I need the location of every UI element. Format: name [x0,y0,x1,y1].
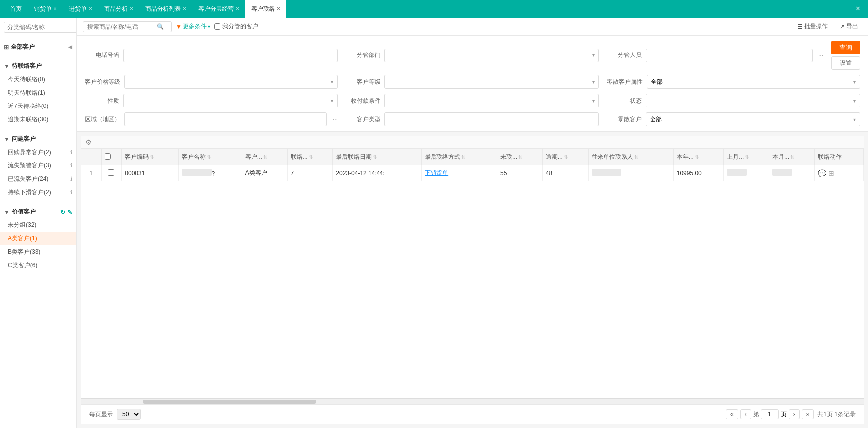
th-level[interactable]: 客户... ⇅ [242,149,287,165]
export-button[interactable]: ↗ 导出 [836,21,862,32]
sidebar-pending-header[interactable]: ▼ 待联络客户 [0,59,76,73]
chat-icon[interactable]: 💬 [818,169,826,177]
td-last-month [724,165,769,181]
th-this-year[interactable]: 本年... ⇅ [673,149,723,165]
horizontal-scrollbar[interactable] [81,398,864,404]
th-history-contact[interactable]: 往来单位联系人 ⇅ [588,149,673,165]
th-contact[interactable]: 联络... ⇅ [287,149,333,165]
filter-pricelevel-label: 客户价格等级 [85,78,120,86]
filter-status-label: 状态 [607,97,642,105]
close-purchase-order[interactable]: × [89,5,92,12]
sidebar-item-7days[interactable]: 近7天待联络(0) [0,100,76,113]
sidebar-item-class-a[interactable]: A类客户(1) [0,232,76,245]
region-more-icon[interactable]: ··· [333,116,338,123]
table-scroll[interactable]: 客户编码 ⇅ 客户名称 ⇅ [81,149,864,398]
sidebar-item-overdue[interactable]: 逾期未联络(30) [0,113,76,126]
nav-customer-contact[interactable]: 客户联络 × [245,0,286,18]
filter-status-select[interactable]: ▾ [646,94,860,107]
customerlevel-arrow: ▾ [592,79,595,85]
filter-person-label: 分管人员 [607,51,642,59]
sidebar-all-customers-header[interactable]: ⊞ 全部客户 ◀ [0,40,76,54]
last-page-btn[interactable]: » [802,409,814,419]
value-arrow-icon: ▼ [4,209,10,215]
td-last-method[interactable]: 下销货单 [422,165,497,181]
sidebar-item-today[interactable]: 今天待联络(0) [0,73,76,86]
filter-customertype-input[interactable] [384,112,599,126]
pagination-bar: 每页显示 50 « ‹ 第 页 › » 共1页 1条记录 [81,404,864,424]
last-method-link[interactable]: 下销货单 [425,169,448,176]
nav-customer-segment[interactable]: 客户分层经营 × [192,0,245,18]
sidebar-item-churned[interactable]: 已流失客户(24) ℹ [0,172,76,186]
sidebar-problem-header[interactable]: ▼ 问题客户 [0,132,76,146]
filter-retail-select[interactable]: 全部 ▾ [646,112,860,126]
sidebar-search-input[interactable] [4,22,77,33]
my-customers-checkbox[interactable] [214,23,220,30]
th-last-date[interactable]: 最后联络日期 ⇅ [333,149,422,165]
filter-region-input[interactable] [124,112,327,126]
nav-product-analysis[interactable]: 商品分析 × [98,0,139,18]
close-customer-contact[interactable]: × [277,5,280,12]
scrollbar-thumb[interactable] [143,400,316,404]
sort-contact-icon: ⇅ [309,154,313,160]
nav-home[interactable]: 首页 [4,0,28,18]
close-all-tabs[interactable]: × [852,4,864,13]
filter-pricelevel-select[interactable]: ▾ [124,75,338,89]
sidebar-item-churn-warning[interactable]: 流失预警客户(3) ℹ [0,159,76,172]
nav-sales-order[interactable]: 销货单 × [28,0,63,18]
filter-customerlevel-select[interactable]: ▾ [384,75,599,89]
th-not-contact[interactable]: 未联... ⇅ [497,149,543,165]
prev-page-btn[interactable]: ‹ [740,409,751,419]
th-name[interactable]: 客户名称 ⇅ [178,149,242,165]
th-code[interactable]: 客户编码 ⇅ [122,149,178,165]
qr-icon[interactable]: ⊞ [828,169,834,177]
filter-paycondition-select[interactable]: ▾ [384,94,599,107]
row-checkbox[interactable] [108,169,114,176]
th-this-month[interactable]: 本月... ⇅ [769,149,814,165]
query-button[interactable]: 查询 [831,41,860,54]
batch-op-button[interactable]: ☰ 批量操作 [793,21,832,32]
sidebar-item-declining[interactable]: 持续下滑客户(2) ℹ [0,186,76,199]
td-index: 1 [81,165,101,181]
next-page-btn[interactable]: › [789,409,800,419]
filter-person-input[interactable] [646,49,813,62]
first-page-btn[interactable]: « [726,409,738,419]
edit-icon[interactable]: ✎ [67,209,72,215]
filter-department-select[interactable]: ▾ [384,49,599,62]
more-filter-btn[interactable]: ▼ 更多条件 ▾ [176,22,210,31]
person-more-icon[interactable]: ··· [818,52,823,59]
more-filter-arrow: ▾ [208,24,210,29]
filter-nature-select[interactable]: ▾ [123,94,338,107]
th-checkbox[interactable] [101,149,122,165]
close-product-analysis[interactable]: × [130,5,133,12]
close-sales-order[interactable]: × [54,5,57,12]
th-last-method[interactable]: 最后联络方式 ⇅ [422,149,497,165]
lastmonth-blurred [727,169,747,176]
batch-op-icon: ☰ [797,23,803,30]
td-checkbox[interactable] [101,165,122,181]
page-input[interactable] [761,409,779,419]
table-settings-icon[interactable]: ⚙ [85,138,92,146]
filter-search-icon[interactable]: 🔍 [157,23,164,30]
sort-code-icon: ⇅ [150,154,154,160]
nav-purchase-order[interactable]: 进货单 × [63,0,98,18]
pending-arrow-icon: ▼ [4,63,10,70]
filter-retail-property-select[interactable]: 全部 ▾ [647,75,860,89]
select-all-checkbox[interactable] [105,153,111,160]
filter-phone-input[interactable] [123,49,338,62]
sidebar-item-class-c[interactable]: C类客户(6) [0,259,76,272]
close-customer-segment[interactable]: × [236,5,239,12]
th-last-month[interactable]: 上月... ⇅ [724,149,769,165]
nav-product-analysis-list[interactable]: 商品分析列表 × [139,0,192,18]
table-row: 1 000031 ? A类客户 7 2023-04-12 14:44: 下销货单 [81,165,864,181]
sidebar-item-class-b[interactable]: B类客户(33) [0,245,76,259]
th-overdue[interactable]: 逾期... ⇅ [542,149,588,165]
sidebar-item-tomorrow[interactable]: 明天待联络(1) [0,86,76,100]
sidebar-item-repurchase-abnormal[interactable]: 回购异常客户(2) ℹ [0,146,76,159]
refresh-icon[interactable]: ↻ [60,209,65,215]
sidebar-value-header[interactable]: ▼ 价值客户 ↻ ✎ [0,205,76,218]
filter-search-input[interactable] [87,23,157,30]
close-product-analysis-list[interactable]: × [183,5,186,12]
settings-button[interactable]: 设置 [831,56,860,70]
sidebar-item-unclassified[interactable]: 未分组(32) [0,218,76,232]
page-size-select[interactable]: 50 [117,409,141,420]
